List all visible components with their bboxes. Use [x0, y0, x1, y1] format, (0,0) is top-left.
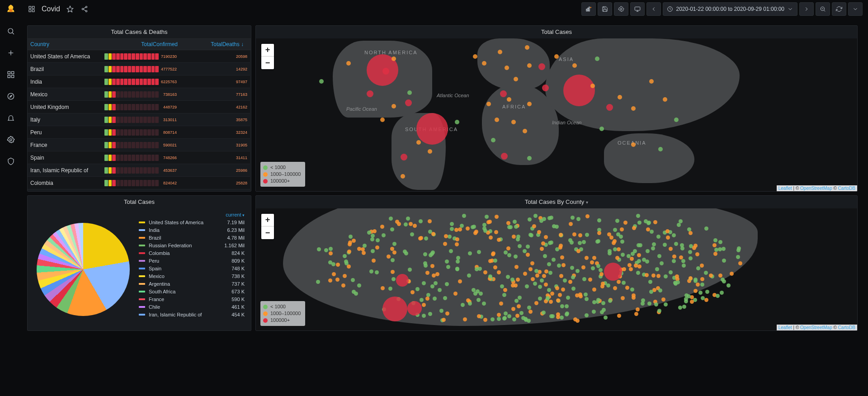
table-body[interactable]: United States of America719023020598Braz…	[28, 50, 251, 191]
refresh-button[interactable]	[832, 2, 846, 16]
map-bubble[interactable]	[498, 50, 502, 54]
add-panel-button[interactable]	[581, 2, 596, 16]
map-bubble[interactable]	[346, 61, 351, 66]
time-forward-button[interactable]	[799, 2, 814, 16]
refresh-interval-button[interactable]	[848, 2, 863, 16]
map-bubble[interactable]	[505, 66, 509, 70]
panel-title[interactable]: Total Cases & Deaths	[28, 26, 251, 38]
share-icon[interactable]	[80, 5, 89, 14]
map-bubble[interactable]	[527, 63, 532, 68]
table-row[interactable]: Iran, Islamic Republic of45363725986	[28, 164, 250, 177]
map-bubble[interactable]	[590, 84, 595, 88]
map-bubble[interactable]	[595, 57, 599, 61]
grafana-logo[interactable]	[3, 4, 19, 15]
table-row[interactable]: France59002131905	[28, 139, 250, 151]
legend-item[interactable]: France590 K	[139, 295, 248, 303]
leaflet-link[interactable]: Leaflet	[778, 186, 792, 191]
time-back-button[interactable]	[646, 2, 661, 16]
legend-sort[interactable]: current	[226, 212, 245, 217]
map-bubble[interactable]	[319, 79, 324, 84]
map-bubble[interactable]	[401, 174, 405, 179]
search-icon[interactable]	[3, 25, 19, 37]
save-button[interactable]	[598, 2, 612, 16]
legend-item[interactable]: Peru809 K	[139, 257, 248, 264]
map-bubble[interactable]	[511, 120, 516, 124]
col-country[interactable]: Country	[30, 41, 103, 47]
map-bubble[interactable]	[523, 129, 527, 133]
map-bubble[interactable]	[538, 63, 545, 70]
world-map[interactable]: + − Pacific Ocean Atlantic Ocean Indian …	[256, 38, 857, 191]
map-bubble[interactable]	[500, 90, 507, 97]
map-bubble[interactable]	[407, 90, 412, 95]
map-bubble[interactable]	[527, 102, 532, 106]
legend-item[interactable]: Chile461 K	[139, 303, 248, 311]
legend-item[interactable]: South Africa673 K	[139, 288, 248, 295]
carto-link[interactable]: CartoDB	[838, 186, 855, 191]
cycle-view-button[interactable]	[630, 2, 645, 16]
legend-item[interactable]: Russian Federation1.162 Mil	[139, 241, 248, 249]
map-bubble[interactable]	[416, 140, 421, 145]
dashboards-grid-icon[interactable]	[27, 5, 36, 14]
map-bubble[interactable]	[416, 113, 448, 145]
alerting-icon[interactable]	[3, 112, 19, 124]
admin-icon[interactable]	[3, 156, 19, 167]
map-bubble[interactable]	[527, 156, 532, 160]
panel-title[interactable]: Total Cases	[28, 196, 251, 208]
pie-chart[interactable]	[37, 223, 130, 316]
legend-item[interactable]: India6.23 Mil	[139, 226, 248, 234]
create-icon[interactable]	[3, 47, 19, 59]
zoom-in-button[interactable]: +	[261, 214, 274, 226]
map-bubble[interactable]	[507, 97, 511, 102]
map-bubble[interactable]	[473, 54, 477, 59]
map-bubble[interactable]	[407, 301, 422, 316]
table-row[interactable]: India622576397497	[28, 75, 250, 88]
map-bubble[interactable]	[382, 297, 407, 321]
map-bubble[interactable]	[649, 79, 654, 84]
map-bubble[interactable]	[525, 45, 529, 50]
map-bubble[interactable]	[563, 75, 595, 106]
legend-item[interactable]: Mexico738 K	[139, 272, 248, 280]
map-bubble[interactable]	[663, 97, 667, 102]
map-bubble[interactable]	[631, 142, 636, 147]
map-bubble[interactable]	[631, 106, 636, 111]
map-bubble[interactable]	[495, 118, 499, 122]
map-bubble[interactable]	[542, 85, 549, 91]
map-bubble[interactable]	[658, 147, 663, 151]
map-bubble[interactable]	[455, 120, 459, 124]
table-row[interactable]: Italy31301135875	[28, 113, 250, 126]
map-bubble[interactable]	[396, 274, 409, 287]
map-bubble[interactable]	[618, 95, 622, 99]
legend-item[interactable]: Colombia824 K	[139, 249, 248, 257]
leaflet-link[interactable]: Leaflet	[778, 325, 792, 330]
table-row[interactable]: Peru80871432324	[28, 126, 250, 139]
time-range-picker[interactable]: 2020-01-22 00:00:00 to 2020-09-29 01:00:…	[663, 2, 797, 16]
map-bubble[interactable]	[392, 57, 396, 61]
map-bubble[interactable]	[501, 153, 508, 160]
legend-item[interactable]: Brazil4.78 Mil	[139, 234, 248, 241]
map-bubble[interactable]	[367, 90, 373, 97]
table-row[interactable]: United States of America719023020598	[28, 50, 250, 63]
explore-icon[interactable]	[3, 90, 19, 102]
table-row[interactable]: Mexico73816377163	[28, 88, 250, 101]
map-bubble[interactable]	[604, 263, 622, 281]
zoom-out-button[interactable]: −	[261, 57, 274, 69]
map-bubble[interactable]	[486, 102, 491, 106]
map-bubble[interactable]	[482, 61, 486, 66]
zoom-in-button[interactable]: +	[261, 44, 274, 57]
dashboard-title[interactable]: Covid	[42, 5, 60, 13]
settings-button[interactable]	[614, 2, 628, 16]
col-deaths[interactable]: TotalDeaths ↓	[181, 41, 248, 47]
map-bubble[interactable]	[405, 99, 412, 106]
osm-link[interactable]: OpenStreetMap	[800, 325, 832, 330]
panel-title[interactable]: Total Cases	[256, 26, 857, 38]
map-bubble[interactable]	[599, 127, 604, 131]
panel-title[interactable]: Total Cases By County▾	[256, 196, 857, 208]
map-bubble[interactable]	[380, 118, 385, 122]
map-bubble[interactable]	[428, 149, 432, 154]
map-bubble[interactable]	[514, 77, 518, 81]
map-bubble[interactable]	[572, 63, 577, 68]
dashboards-icon[interactable]	[3, 69, 19, 80]
table-row[interactable]: Colombia82404225828	[28, 177, 250, 189]
us-map[interactable]: + − < 1000 1000–100000 100000+ Leaflet |…	[256, 208, 857, 330]
zoom-out-button[interactable]	[816, 2, 830, 16]
